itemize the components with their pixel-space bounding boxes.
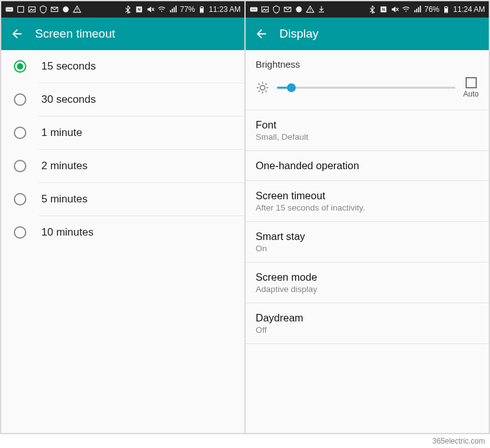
timeout-option-label: 30 seconds [41, 93, 96, 106]
app-icon [61, 5, 70, 14]
more-icon [249, 5, 258, 14]
timeout-option[interactable]: 1 minute [1, 117, 244, 149]
setting-item[interactable]: Smart stayOn [246, 222, 489, 262]
timeout-option[interactable]: 10 minutes [1, 216, 244, 249]
svg-rect-20 [201, 6, 202, 7]
svg-point-1 [8, 9, 8, 9]
wifi-icon [157, 5, 166, 14]
warning-icon [306, 5, 315, 14]
timeout-option-label: 2 minutes [41, 160, 88, 172]
svg-rect-18 [175, 6, 177, 13]
mute-icon [146, 5, 155, 14]
svg-line-50 [258, 91, 259, 92]
image-icon [28, 5, 36, 14]
svg-point-7 [63, 6, 68, 12]
svg-point-35 [405, 11, 407, 12]
setting-title: Smart stay [256, 231, 479, 242]
setting-item[interactable]: FontSmall, Default [246, 110, 489, 150]
app-bar: Display [246, 18, 489, 50]
timeout-option[interactable]: 2 minutes [1, 150, 244, 182]
svg-line-51 [266, 83, 267, 85]
setting-subtitle: Off [256, 325, 479, 335]
debug-icon [16, 5, 25, 14]
mail-icon [50, 5, 59, 14]
svg-rect-21 [201, 8, 203, 13]
brightness-slider[interactable] [277, 81, 456, 94]
svg-point-30 [310, 11, 310, 11]
app-bar: Screen timeout [1, 18, 244, 50]
bluetooth-icon [123, 5, 132, 14]
auto-brightness-checkbox[interactable] [466, 77, 477, 88]
timeout-option[interactable]: 5 minutes [1, 183, 244, 216]
bluetooth-icon [368, 5, 377, 14]
download-icon [317, 5, 326, 14]
setting-title: Daydream [256, 312, 479, 324]
radio-icon [14, 60, 26, 73]
more-icon [5, 5, 14, 14]
wifi-icon [402, 5, 410, 14]
svg-rect-42 [445, 8, 447, 13]
svg-point-2 [9, 9, 9, 9]
svg-text:N: N [138, 8, 140, 11]
svg-rect-37 [417, 9, 418, 13]
display-settings-list: Brightness Auto FontSmall, DefaultOne-ha… [246, 50, 489, 433]
setting-subtitle: On [256, 244, 479, 253]
setting-subtitle: Adaptive display [256, 284, 479, 294]
signal-icon [169, 5, 177, 14]
svg-point-9 [76, 11, 77, 11]
battery-icon [197, 5, 206, 14]
svg-rect-39 [420, 6, 421, 13]
signal-icon [413, 5, 422, 14]
setting-item[interactable]: DaydreamOff [246, 303, 489, 343]
panel-display: N 76% 11:24 AM Display Brightness [246, 1, 489, 433]
brightness-label: Brightness [246, 50, 489, 71]
svg-line-49 [266, 91, 267, 92]
battery-text: 77% [180, 5, 195, 14]
image-icon [261, 5, 269, 14]
mail-icon [283, 5, 292, 14]
radio-icon [14, 127, 26, 139]
auto-brightness-label: Auto [463, 90, 479, 98]
svg-rect-16 [172, 9, 174, 13]
timeout-option-label: 15 seconds [41, 60, 96, 73]
shield-icon [272, 5, 281, 14]
timeout-options-list: 15 seconds30 seconds1 minute2 minutes5 m… [1, 50, 244, 433]
watermark: 365electric.com [432, 437, 485, 445]
svg-point-43 [260, 85, 264, 90]
svg-point-24 [253, 9, 254, 9]
setting-subtitle: Small, Default [256, 132, 479, 142]
setting-title: Font [256, 119, 479, 131]
setting-item[interactable]: Screen timeoutAfter 15 seconds of inacti… [246, 181, 489, 221]
setting-item[interactable]: One-handed operation [246, 151, 489, 180]
radio-icon [14, 160, 26, 172]
svg-point-25 [255, 9, 256, 9]
timeout-option-label: 10 minutes [41, 226, 93, 239]
battery-text: 76% [424, 5, 439, 14]
setting-title: One-handed operation [256, 160, 479, 172]
setting-title: Screen mode [256, 271, 479, 283]
page-title: Display [279, 27, 318, 41]
svg-text:N: N [382, 8, 385, 11]
app-icon [295, 5, 303, 14]
back-icon[interactable] [10, 27, 24, 41]
svg-rect-38 [418, 8, 419, 13]
svg-point-28 [296, 6, 301, 12]
setting-subtitle: After 15 seconds of inactivity. [256, 203, 479, 212]
timeout-option-label: 1 minute [41, 127, 82, 139]
svg-rect-41 [446, 6, 447, 7]
page-title: Screen timeout [35, 27, 115, 41]
svg-rect-17 [174, 8, 175, 13]
clock-text: 11:23 AM [209, 5, 241, 14]
brightness-icon [256, 81, 269, 95]
back-icon[interactable] [254, 27, 268, 41]
panel-screen-timeout: N 77% 11:23 AM Screen timeout 15 seconds… [1, 1, 244, 433]
timeout-option-label: 5 minutes [41, 193, 88, 206]
svg-point-14 [161, 11, 162, 12]
svg-rect-4 [18, 6, 23, 12]
timeout-option[interactable]: 30 seconds [1, 83, 244, 116]
status-bar: N 76% 11:24 AM [246, 1, 489, 18]
radio-icon [14, 93, 26, 106]
nfc-icon: N [135, 5, 143, 14]
timeout-option[interactable]: 15 seconds [1, 50, 244, 83]
setting-item[interactable]: Screen modeAdaptive display [246, 263, 489, 303]
